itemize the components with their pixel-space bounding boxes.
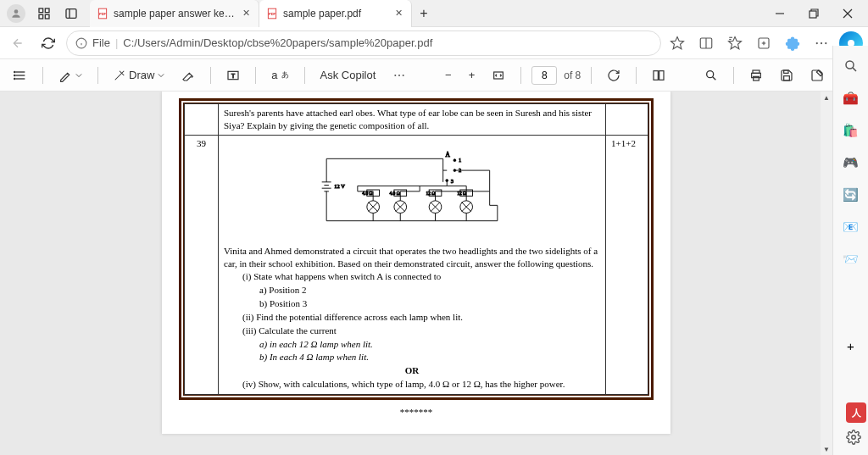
svg-point-25	[816, 42, 818, 43]
svg-point-39	[403, 75, 404, 76]
svg-line-44	[713, 76, 716, 80]
titlebar: PDF sample paper answer key.pdf ✕ PDF sa…	[0, 0, 868, 27]
more-icon[interactable]	[810, 32, 832, 54]
circuit-diagram: A 1 2 3 12 V 4.0 Ω	[224, 138, 600, 245]
print-icon[interactable]	[744, 63, 768, 88]
search-sidebar-icon[interactable]	[841, 56, 861, 76]
tab-close-icon[interactable]: ✕	[240, 8, 252, 19]
tab-active[interactable]: PDF sample paper.pdf ✕	[259, 0, 412, 27]
erase-icon[interactable]	[176, 63, 200, 88]
tab-close-icon[interactable]: ✕	[392, 8, 404, 19]
favorite-icon[interactable]	[666, 32, 688, 54]
zoom-out-icon[interactable]: −	[440, 63, 457, 88]
part-iv: (iv) Show, with calculations, which type…	[242, 378, 600, 391]
prev-question-tail: Suresh's parents have attached earl obes…	[219, 104, 606, 136]
svg-point-34	[14, 78, 15, 79]
svg-rect-49	[784, 75, 790, 80]
page-view-icon[interactable]	[647, 63, 670, 88]
save-as-icon[interactable]	[805, 63, 829, 88]
scroll-up-icon[interactable]: ▲	[821, 92, 832, 103]
info-icon	[75, 37, 87, 49]
vertical-scrollbar[interactable]: ▲ ▼	[821, 92, 832, 455]
ask-copilot-button[interactable]: Ask Copilot	[315, 63, 381, 88]
window-controls	[763, 0, 865, 27]
settings-gear-icon[interactable]	[846, 430, 861, 448]
url-path: C:/Users/Admin/Desktop/cbse%20papers/sam…	[123, 36, 652, 49]
url-prefix: File	[92, 36, 110, 49]
tab-title: sample paper answer key.pdf	[114, 8, 235, 19]
pdf-toolbar: Draw T aあ Ask Copilot − + of 8	[0, 59, 868, 92]
contents-icon[interactable]	[8, 63, 32, 88]
refresh-sidebar-icon[interactable]: 🔄	[841, 185, 861, 205]
fit-icon[interactable]	[487, 63, 510, 88]
marks: 1+1+2	[606, 135, 648, 394]
pdf-icon: PDF	[97, 8, 108, 19]
scroll-down-icon[interactable]: ▼	[821, 443, 832, 455]
profile-avatar[interactable]	[7, 4, 25, 23]
svg-point-76	[852, 436, 856, 440]
add-sidebar-icon[interactable]: +	[841, 336, 861, 356]
page-total: of 8	[564, 69, 581, 81]
minimize-button[interactable]	[763, 0, 797, 27]
page-navigation: − + of 8	[440, 63, 670, 88]
svg-text:12 Ω: 12 Ω	[426, 191, 436, 196]
titlebar-left	[3, 2, 83, 25]
pdf-icon: PDF	[266, 8, 278, 19]
read-aloud-icon[interactable]: aあ	[266, 63, 293, 88]
part-iii-a: a) in each 12 Ω lamp when lit.	[259, 338, 600, 351]
refresh-button[interactable]	[36, 31, 61, 56]
tab-actions-icon[interactable]	[59, 2, 83, 25]
highlight-dropdown[interactable]	[53, 63, 87, 88]
part-i-b: b) Position 3	[259, 297, 600, 310]
maximize-button[interactable]	[797, 0, 831, 27]
pdf-viewport[interactable]: Suresh's parents have attached earl obes…	[0, 92, 832, 455]
svg-point-43	[707, 70, 714, 77]
svg-text:12 V: 12 V	[334, 183, 345, 189]
save-icon[interactable]	[775, 63, 798, 88]
question-number: 39	[185, 135, 219, 394]
page-number-input[interactable]	[531, 66, 557, 85]
svg-rect-1	[39, 8, 43, 13]
outlook-sidebar-icon[interactable]: 📧	[841, 217, 861, 237]
url-box[interactable]: File | C:/Users/Admin/Desktop/cbse%20pap…	[66, 31, 661, 56]
workspaces-icon[interactable]	[32, 2, 56, 25]
svg-rect-42	[659, 70, 664, 80]
search-icon[interactable]	[699, 63, 723, 88]
end-marker: *******	[179, 407, 654, 417]
draw-button[interactable]: Draw	[108, 63, 170, 88]
question-intro: Vinita and Ahmed demonstrated a circuit …	[224, 245, 600, 270]
svg-text:12 Ω: 12 Ω	[457, 191, 466, 196]
svg-text:4.0 Ω: 4.0 Ω	[389, 191, 399, 196]
toolbar-more-icon[interactable]	[387, 63, 411, 88]
edge-sidebar: 🧰 🛍️ 🎮 🔄 📧 📨 +	[832, 46, 868, 455]
text-icon[interactable]: T	[221, 63, 245, 88]
back-button[interactable]	[5, 31, 31, 56]
zoom-in-icon[interactable]: +	[464, 63, 481, 88]
rotate-icon[interactable]	[602, 63, 626, 88]
collections-icon[interactable]	[753, 32, 775, 54]
pdf-page: Suresh's parents have attached earl obes…	[162, 92, 670, 434]
part-iii-b: b) In each 4 Ω lamp when lit.	[259, 351, 600, 363]
extension-icon[interactable]	[782, 32, 804, 54]
favorites-list-icon[interactable]	[724, 32, 746, 54]
svg-text:2: 2	[459, 167, 461, 173]
send-sidebar-icon[interactable]: 📨	[841, 249, 861, 269]
tab-inactive[interactable]: PDF sample paper answer key.pdf ✕	[90, 0, 259, 27]
svg-text:PDF: PDF	[269, 11, 276, 15]
svg-point-74	[846, 61, 854, 69]
tools-sidebar-icon[interactable]: 🧰	[841, 88, 861, 108]
svg-point-27	[825, 42, 826, 43]
split-screen-icon[interactable]	[695, 32, 717, 54]
part-iii: (iii) Calculate the current	[242, 325, 600, 337]
shopping-sidebar-icon[interactable]: 🛍️	[841, 120, 861, 141]
question-table: Suresh's parents have attached earl obes…	[184, 103, 648, 395]
close-button[interactable]	[831, 0, 865, 27]
svg-point-37	[395, 75, 397, 76]
tab-strip: PDF sample paper answer key.pdf ✕ PDF sa…	[90, 0, 436, 27]
pdf-float-icon[interactable]: 人	[846, 402, 866, 423]
svg-point-32	[14, 71, 15, 72]
part-i: (i) State what happens when switch A is …	[242, 270, 600, 283]
new-tab-button[interactable]: +	[412, 0, 436, 27]
svg-text:T: T	[231, 72, 235, 78]
games-sidebar-icon[interactable]: 🎮	[841, 153, 861, 173]
